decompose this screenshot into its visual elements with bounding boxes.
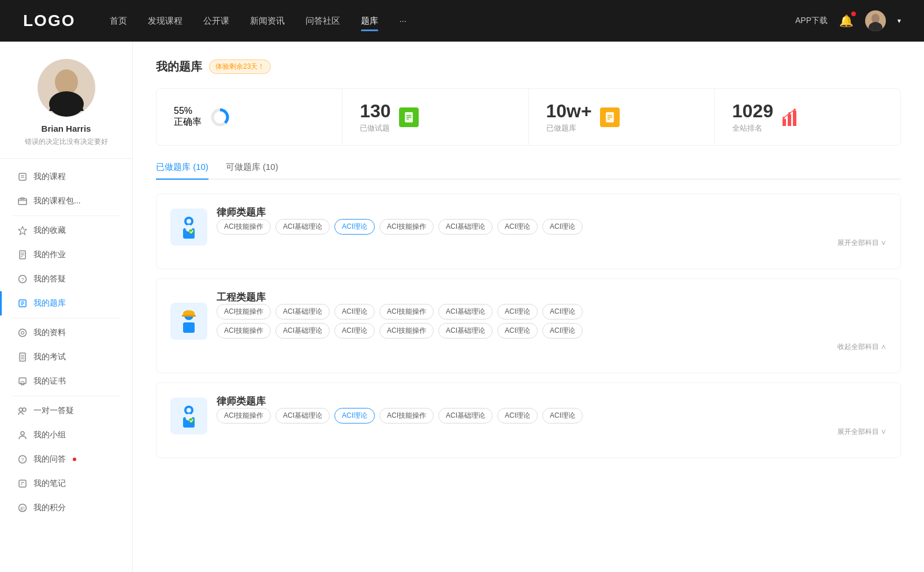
tag-2-6[interactable]: ACI理论: [542, 304, 583, 320]
tag-3-0[interactable]: ACI技能操作: [217, 408, 271, 424]
tag-1-0[interactable]: ACI技能操作: [217, 219, 271, 235]
stat-done-questions: 130 已做试题: [342, 89, 528, 145]
tag-1-4[interactable]: ACI基础理论: [438, 219, 493, 235]
qbank-icon-lawyer-1: [170, 209, 207, 246]
tag-3-4[interactable]: ACI基础理论: [438, 408, 493, 424]
svg-rect-53: [783, 119, 786, 126]
sidebar-item-homework[interactable]: 我的作业: [0, 243, 132, 267]
sidebar-item-favorites[interactable]: 我的收藏: [0, 218, 132, 243]
sidebar-item-score[interactable]: 积 我的积分: [0, 496, 132, 520]
sidebar-item-qbank[interactable]: 我的题库: [0, 291, 132, 315]
tags-row-2a: ACI技能操作 ACI基础理论 ACI理论 ACI技能操作 ACI基础理论 AC…: [217, 304, 886, 320]
tag-2-5[interactable]: ACI理论: [497, 304, 538, 320]
orange-doc-icon: [600, 107, 620, 127]
qbank-name-3: 律师类题库: [217, 395, 886, 408]
sidebar-item-group[interactable]: 我的小组: [0, 423, 132, 447]
nav-news[interactable]: 新闻资讯: [250, 13, 285, 29]
nav-qa[interactable]: 问答社区: [305, 13, 340, 29]
tag-2b-5[interactable]: ACI理论: [497, 323, 538, 339]
group-icon: [17, 430, 28, 440]
qbank-icon-lawyer-2: [170, 398, 207, 434]
nav-more[interactable]: ···: [399, 13, 407, 29]
svg-rect-55: [793, 111, 796, 126]
user-menu-chevron[interactable]: ▾: [897, 17, 901, 25]
qa-icon: ?: [17, 274, 28, 284]
nav-menu: 首页 发现课程 公开课 新闻资讯 问答社区 题库 ···: [110, 13, 795, 29]
sidebar-item-question[interactable]: ? 我的问答: [0, 447, 132, 471]
sidebar-divider-1: [12, 216, 121, 216]
nav-home[interactable]: 首页: [110, 13, 127, 29]
tag-2b-1[interactable]: ACI基础理论: [275, 323, 330, 339]
user-avatar[interactable]: [865, 10, 886, 31]
tag-2-2[interactable]: ACI理论: [334, 304, 375, 320]
bell-icon[interactable]: 🔔: [839, 14, 854, 28]
tag-1-1[interactable]: ACI基础理论: [275, 219, 330, 235]
tag-3-3[interactable]: ACI技能操作: [379, 408, 434, 424]
tab-available[interactable]: 可做题库 (10): [226, 162, 278, 179]
nav-open-course[interactable]: 公开课: [203, 13, 229, 29]
sidebar-item-oneone[interactable]: 一对一答疑: [0, 399, 132, 423]
tag-1-3[interactable]: ACI技能操作: [379, 219, 434, 235]
sidebar-profile: Brian Harris 错误的决定比没有决定要好: [0, 59, 132, 159]
collapse-link-2[interactable]: 收起全部科目 ∧: [217, 342, 886, 352]
data-icon: [17, 328, 28, 338]
sidebar-data-label: 我的资料: [33, 328, 66, 338]
sidebar-item-exam[interactable]: 我的考试: [0, 345, 132, 369]
svg-point-57: [788, 112, 791, 114]
svg-rect-29: [19, 378, 26, 384]
sidebar-favorites-label: 我的收藏: [33, 225, 66, 236]
tag-1-2[interactable]: ACI理论: [334, 219, 375, 235]
expand-link-1[interactable]: 展开全部科目 ∨: [217, 238, 886, 248]
stat-accuracy-text: 55% 正确率: [174, 106, 202, 128]
package-icon: [17, 196, 28, 206]
profile-avatar[interactable]: [38, 59, 95, 117]
sidebar-item-package[interactable]: 我的课程包...: [0, 189, 132, 213]
accuracy-value: 55%: [174, 106, 202, 116]
sidebar-group-label: 我的小组: [33, 430, 66, 440]
tag-2b-0[interactable]: ACI技能操作: [217, 323, 271, 339]
sidebar-item-data[interactable]: 我的资料: [0, 321, 132, 345]
sidebar-item-myqa[interactable]: ? 我的答疑: [0, 267, 132, 291]
sidebar-item-cert[interactable]: 我的证书: [0, 369, 132, 393]
tag-2b-2[interactable]: ACI理论: [334, 323, 375, 339]
tag-3-2[interactable]: ACI理论: [334, 408, 375, 424]
tag-2-4[interactable]: ACI基础理论: [438, 304, 493, 320]
tag-2b-3[interactable]: ACI技能操作: [379, 323, 434, 339]
qbank-header-1: 律师类题库 ACI技能操作 ACI基础理论 ACI理论 ACI技能操作 ACI基…: [170, 206, 886, 248]
sidebar-package-label: 我的课程包...: [33, 196, 81, 206]
done-questions-value: 130: [360, 101, 390, 122]
tag-1-5[interactable]: ACI理论: [497, 219, 538, 235]
expand-link-3[interactable]: 展开全部科目 ∨: [217, 427, 886, 437]
sidebar-oneone-label: 一对一答疑: [33, 406, 74, 416]
sidebar: Brian Harris 错误的决定比没有决定要好 我的课程: [0, 42, 133, 572]
svg-marker-12: [18, 226, 27, 235]
tag-2b-4[interactable]: ACI基础理论: [438, 323, 493, 339]
sidebar-course-label: 我的课程: [33, 172, 66, 182]
svg-text:?: ?: [21, 277, 24, 283]
tag-3-5[interactable]: ACI理论: [497, 408, 538, 424]
tag-1-6[interactable]: ACI理论: [542, 219, 583, 235]
profile-name: Brian Harris: [42, 124, 91, 133]
tag-2b-6[interactable]: ACI理论: [542, 323, 583, 339]
tab-done[interactable]: 已做题库 (10): [156, 162, 208, 179]
question-icon: ?: [17, 454, 28, 465]
app-download-link[interactable]: APP下载: [795, 16, 828, 26]
tag-3-6[interactable]: ACI理论: [542, 408, 583, 424]
tag-3-1[interactable]: ACI基础理论: [275, 408, 330, 424]
tag-2-0[interactable]: ACI技能操作: [217, 304, 271, 320]
exam-icon: [17, 352, 28, 362]
nav-discover[interactable]: 发现课程: [148, 13, 182, 29]
trial-badge: 体验剩余23天！: [209, 60, 271, 74]
svg-point-35: [21, 432, 24, 435]
note-icon: [17, 478, 28, 489]
logo: LOGO: [23, 12, 75, 30]
sidebar-item-note[interactable]: 我的笔记: [0, 471, 132, 496]
qbank-icon-engineer: [170, 303, 207, 340]
tag-2-1[interactable]: ACI基础理论: [275, 304, 330, 320]
tag-2-3[interactable]: ACI技能操作: [379, 304, 434, 320]
qbank-tabs: 已做题库 (10) 可做题库 (10): [156, 162, 901, 180]
sidebar-item-course[interactable]: 我的课程: [0, 165, 132, 189]
nav-qbank[interactable]: 题库: [361, 13, 378, 29]
sidebar-exam-label: 我的考试: [33, 352, 66, 362]
sidebar-menu: 我的课程 我的课程包... 我的收: [0, 159, 132, 526]
